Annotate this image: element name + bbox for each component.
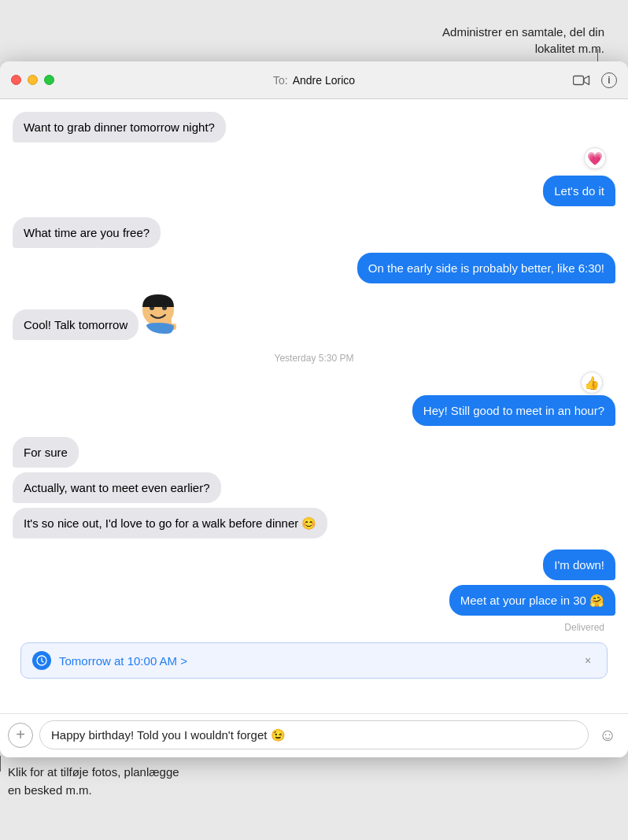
- reaction-row: 💗: [13, 147, 615, 169]
- message-input[interactable]: [39, 720, 589, 749]
- close-button[interactable]: [11, 75, 21, 85]
- bubble-sent: On the early side is probably better, li…: [357, 253, 615, 283]
- reaction-bubble: 👍: [581, 372, 603, 394]
- svg-rect-0: [574, 76, 584, 84]
- bubble-received: For sure: [13, 437, 79, 468]
- input-area: + ☺: [0, 713, 628, 757]
- annotation-bottom: Klik for at tilføje fotos, planlægge en …: [0, 764, 628, 799]
- bubble-received: Cool! Talk tomorrow: [13, 309, 139, 340]
- bubble-received: Want to grab dinner tomorrow night?: [13, 112, 226, 142]
- delivered-label: Delivered: [13, 622, 615, 633]
- annotation-top: Administrer en samtale, del din lokalite…: [0, 24, 628, 57]
- bubble-received: Actually, want to meet even earlier?: [13, 472, 221, 503]
- message-row: Hey! Still good to meet in an hour?: [13, 395, 615, 426]
- titlebar-actions: i: [573, 72, 617, 88]
- message-row: For sure: [13, 437, 615, 468]
- message-row: It's so nice out, I'd love to go for a w…: [13, 508, 615, 538]
- message-row: Want to grab dinner tomorrow night?: [13, 112, 615, 142]
- video-call-button[interactable]: [573, 74, 590, 87]
- input-row: + ☺: [8, 720, 620, 749]
- bubble-sent: Meet at your place in 30 🤗: [449, 585, 615, 616]
- bubble-received: It's so nice out, I'd love to go for a w…: [13, 508, 327, 538]
- schedule-icon: [32, 651, 51, 670]
- titlebar-center: To: Andre Lorico: [273, 74, 355, 87]
- contact-name: Andre Lorico: [293, 74, 355, 87]
- message-row: Meet at your place in 30 🤗: [13, 585, 615, 616]
- timestamp: Yesterday 5:30 PM: [13, 353, 615, 364]
- add-button[interactable]: +: [8, 723, 33, 748]
- message-row: What time are you free?: [13, 217, 615, 248]
- traffic-lights: [11, 75, 54, 85]
- reaction-bubble: 💗: [584, 147, 606, 169]
- emoji-button[interactable]: ☺: [595, 723, 620, 748]
- bubble-sent: Hey! Still good to meet in an hour?: [412, 395, 615, 426]
- fullscreen-button[interactable]: [44, 75, 54, 85]
- info-button[interactable]: i: [601, 72, 617, 88]
- memoji-sticker: [131, 288, 186, 343]
- bubble-sent: I'm down!: [543, 550, 615, 580]
- schedule-banner[interactable]: Tomorrow at 10:00 AM > ×: [20, 642, 608, 679]
- titlebar: To: Andre Lorico i: [0, 61, 628, 99]
- bubble-received: What time are you free?: [13, 217, 161, 248]
- reaction-row: 👍: [13, 372, 615, 394]
- message-row: Cool! Talk tomorrow: [13, 288, 615, 340]
- schedule-close-button[interactable]: ×: [580, 653, 596, 668]
- chat-area: Want to grab dinner tomorrow night? 💗 Le…: [0, 99, 628, 713]
- message-row: Let's do it: [13, 176, 615, 206]
- to-label: To:: [273, 74, 288, 87]
- bubble-sent: Let's do it: [543, 176, 615, 206]
- message-row: Actually, want to meet even earlier?: [13, 472, 615, 503]
- minimize-button[interactable]: [28, 75, 38, 85]
- schedule-text[interactable]: Tomorrow at 10:00 AM >: [59, 654, 572, 668]
- message-row: I'm down!: [13, 550, 615, 580]
- message-row: On the early side is probably better, li…: [13, 253, 615, 283]
- messages-window: To: Andre Lorico i Want to grab dinner t…: [0, 61, 628, 757]
